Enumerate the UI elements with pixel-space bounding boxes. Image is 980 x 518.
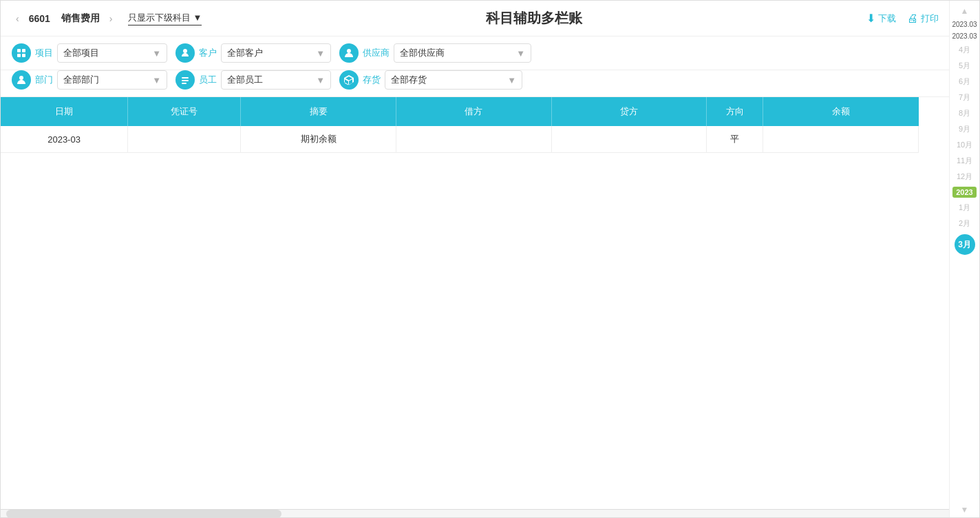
inventory-filter-group: 存货 全部存货 ▼ xyxy=(339,70,522,90)
col-credit: 贷方 xyxy=(551,97,707,126)
supplier-icon xyxy=(339,43,359,63)
department-select-value: 全部部门 xyxy=(63,74,147,86)
col-voucher: 凭证号 xyxy=(128,97,241,126)
employee-icon xyxy=(175,70,195,90)
download-label: 下载 xyxy=(878,12,896,25)
department-icon xyxy=(12,70,31,90)
employee-select[interactable]: 全部员工 ▼ xyxy=(221,70,331,90)
nav-prev-button[interactable]: ‹ xyxy=(12,12,23,25)
svg-rect-1 xyxy=(22,49,25,52)
employee-filter-group: 员工 全部员工 ▼ xyxy=(175,70,331,90)
svg-rect-6 xyxy=(182,77,189,79)
department-label: 部门 xyxy=(35,74,53,86)
sidebar-month-6[interactable]: 6月 xyxy=(950,74,979,90)
sidebar-month-2[interactable]: 2月 xyxy=(950,216,979,231)
svg-rect-2 xyxy=(17,54,21,57)
svg-point-4 xyxy=(347,49,351,53)
inventory-select-arrow: ▼ xyxy=(507,75,516,85)
project-icon xyxy=(12,43,31,63)
col-balance: 余额 xyxy=(763,97,919,126)
inventory-select-value: 全部存货 xyxy=(391,74,502,86)
supplier-filter-group: 供应商 全部供应商 ▼ xyxy=(339,43,531,63)
inventory-icon xyxy=(339,70,359,90)
customer-select[interactable]: 全部客户 ▼ xyxy=(221,43,331,63)
inventory-label: 存货 xyxy=(363,74,381,86)
project-select-arrow: ▼ xyxy=(152,48,161,59)
sidebar-month-7[interactable]: 7月 xyxy=(950,90,979,105)
project-label: 项目 xyxy=(35,47,53,59)
sidebar-month-3-current[interactable]: 3月 xyxy=(955,234,975,255)
main-table: 日期 凭证号 摘要 借方 贷方 方向 余额 2023-03 期初余额 xyxy=(1,97,919,153)
header-bar: ‹ 6601 销售费用 › 只显示下级科目 ▼ 科目辅助多栏账 ⬇ 下载 🖨 打… xyxy=(1,1,979,37)
bottom-scrollbar[interactable] xyxy=(1,509,949,517)
sidebar-month-10[interactable]: 10月 xyxy=(950,137,979,153)
cell-voucher xyxy=(128,126,241,153)
project-filter-group: 项目 全部项目 ▼ xyxy=(12,43,167,63)
svg-rect-8 xyxy=(182,83,187,84)
col-direction: 方向 xyxy=(707,97,763,126)
print-label: 打印 xyxy=(921,12,939,25)
employee-label: 员工 xyxy=(199,74,217,86)
show-sub-label: 只显示下级科目 xyxy=(128,12,191,24)
employee-select-value: 全部员工 xyxy=(227,74,310,86)
table-row[interactable]: 2023-03 期初余额 平 xyxy=(1,126,919,153)
sidebar-month-11[interactable]: 11月 xyxy=(950,153,979,169)
svg-rect-0 xyxy=(17,49,21,52)
sidebar-month-4[interactable]: 4月 xyxy=(950,42,979,58)
cell-debit xyxy=(396,126,551,153)
customer-label: 客户 xyxy=(199,47,217,59)
inventory-select[interactable]: 全部存货 ▼ xyxy=(385,70,522,90)
sidebar-month-12[interactable]: 12月 xyxy=(950,169,979,185)
col-summary: 摘要 xyxy=(241,97,396,126)
supplier-label: 供应商 xyxy=(363,47,390,59)
cell-summary: 期初余额 xyxy=(241,126,396,153)
customer-select-arrow: ▼ xyxy=(316,48,325,59)
download-button[interactable]: ⬇ 下载 xyxy=(866,12,896,25)
sidebar-month-5[interactable]: 5月 xyxy=(950,58,979,74)
svg-point-5 xyxy=(19,76,23,80)
print-icon: 🖨 xyxy=(907,12,918,25)
col-date: 日期 xyxy=(1,97,128,126)
customer-filter-group: 客户 全部客户 ▼ xyxy=(175,43,331,63)
col-debit: 借方 xyxy=(396,97,551,126)
customer-select-value: 全部客户 xyxy=(227,47,310,59)
scrollbar-thumb[interactable] xyxy=(6,510,281,518)
svg-rect-7 xyxy=(182,80,189,81)
project-select[interactable]: 全部项目 ▼ xyxy=(57,43,167,63)
employee-select-arrow: ▼ xyxy=(316,75,325,85)
print-button[interactable]: 🖨 打印 xyxy=(907,12,939,25)
cell-direction: 平 xyxy=(707,126,763,153)
filter-row-2: 部门 全部部门 ▼ 员工 全部员工 ▼ 存货 全部存货 ▼ xyxy=(1,70,979,97)
account-code: 6601 xyxy=(23,13,56,24)
page-title: 科目辅助多栏账 xyxy=(202,9,866,28)
sidebar-year-badge[interactable]: 2023 xyxy=(952,187,976,198)
sidebar-scroll-up-button[interactable]: ▲ xyxy=(950,3,979,19)
nav-next-button[interactable]: › xyxy=(105,12,117,25)
show-sub-arrow: ▼ xyxy=(193,12,202,23)
sidebar-timeline: ▲ 2023.03 2023.03 4月 5月 6月 7月 8月 9月 10月 … xyxy=(949,1,979,517)
show-sub-button[interactable]: 只显示下级科目 ▼ xyxy=(128,12,202,25)
sidebar-month-8[interactable]: 8月 xyxy=(950,105,979,121)
filter-row-1: 项目 全部项目 ▼ 客户 全部客户 ▼ 供应商 全部供应商 xyxy=(1,37,979,70)
sidebar-item-2023-03-top2[interactable]: 2023.03 xyxy=(950,30,979,42)
cell-balance xyxy=(763,126,919,153)
department-select[interactable]: 全部部门 ▼ xyxy=(57,70,167,90)
cell-date: 2023-03 xyxy=(1,126,128,153)
sidebar-scroll-down-button[interactable]: ▼ xyxy=(950,502,979,517)
download-icon: ⬇ xyxy=(866,12,875,25)
supplier-select[interactable]: 全部供应商 ▼ xyxy=(394,43,531,63)
department-select-arrow: ▼ xyxy=(152,75,161,85)
cell-credit xyxy=(551,126,707,153)
department-filter-group: 部门 全部部门 ▼ xyxy=(12,70,167,90)
sidebar-item-2023-03-top1[interactable]: 2023.03 xyxy=(950,19,979,30)
sidebar-month-9[interactable]: 9月 xyxy=(950,121,979,137)
svg-rect-3 xyxy=(22,54,25,57)
project-select-value: 全部项目 xyxy=(63,47,147,59)
customer-icon xyxy=(175,43,195,63)
table-header-row: 日期 凭证号 摘要 借方 贷方 方向 余额 xyxy=(1,97,919,126)
account-name: 销售费用 xyxy=(56,12,105,25)
sidebar-month-1[interactable]: 1月 xyxy=(950,200,979,216)
table-container: 日期 凭证号 摘要 借方 贷方 方向 余额 2023-03 期初余额 xyxy=(1,97,919,153)
supplier-select-value: 全部供应商 xyxy=(400,47,511,59)
supplier-select-arrow: ▼ xyxy=(516,48,525,59)
